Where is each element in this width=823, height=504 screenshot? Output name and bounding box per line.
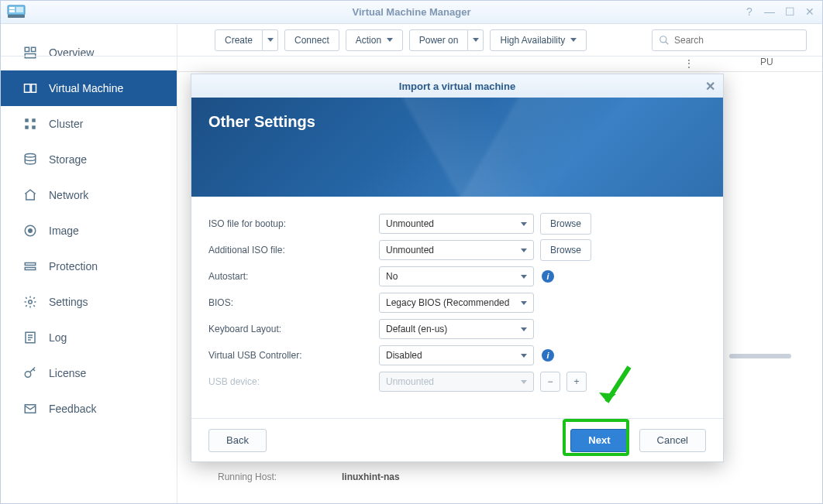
chevron-down-icon — [473, 38, 479, 42]
table-header: PU ⋮ — [177, 57, 822, 72]
sidebar-item-license[interactable]: License — [1, 355, 177, 391]
power-caret[interactable] — [468, 29, 484, 51]
svg-rect-9 — [32, 84, 36, 93]
label-keyboard: Keyboard Layout: — [208, 324, 379, 334]
label-iso-boot: ISO file for bootup: — [208, 218, 379, 229]
action-label: Action — [356, 35, 381, 46]
back-button[interactable]: Back — [208, 429, 267, 452]
cancel-button[interactable]: Cancel — [639, 429, 706, 452]
vm-icon — [22, 81, 38, 96]
dialog-banner: Other Settings — [191, 98, 723, 197]
image-icon — [22, 223, 38, 238]
protection-icon — [22, 259, 38, 274]
create-button[interactable]: Create — [215, 29, 263, 51]
svg-rect-8 — [25, 84, 31, 93]
sidebar-item-label: Image — [49, 225, 79, 237]
sidebar-item-storage[interactable]: Storage — [1, 142, 177, 177]
info-icon[interactable]: i — [542, 270, 554, 283]
select-value: Legacy BIOS (Recommended) — [386, 297, 510, 308]
remove-usb-button: − — [540, 372, 560, 392]
search-icon — [659, 35, 670, 46]
info-icon[interactable]: i — [542, 349, 554, 362]
close-icon[interactable]: ✕ — [804, 5, 816, 18]
settings-icon — [22, 294, 38, 310]
chevron-down-icon — [521, 354, 527, 358]
svg-point-24 — [25, 372, 31, 378]
svg-point-14 — [25, 154, 36, 158]
dialog-titlebar: Import a virtual machine ✕ — [191, 74, 723, 98]
power-split[interactable]: Power on — [409, 29, 484, 51]
svg-rect-3 — [16, 7, 23, 12]
sidebar-item-label: Protection — [49, 260, 98, 273]
select-value: Unmounted — [386, 245, 434, 255]
col — [332, 57, 456, 71]
next-button[interactable]: Next — [570, 429, 628, 452]
action-button[interactable]: Action — [346, 29, 403, 51]
power-button[interactable]: Power on — [409, 29, 469, 51]
search-input[interactable] — [670, 35, 800, 46]
browse-iso-boot[interactable]: Browse — [540, 213, 591, 235]
svg-point-26 — [660, 36, 666, 42]
col — [456, 57, 580, 71]
scrollbar[interactable] — [729, 354, 791, 358]
titlebar: Virtual Machine Manager ? — ☐ ✕ — [1, 1, 822, 24]
select-usb-controller[interactable]: Disabled — [379, 345, 534, 365]
label-usb-controller: Virtual USB Controller: — [208, 350, 379, 361]
table-menu-icon[interactable]: ⋮ — [684, 58, 808, 69]
search-box[interactable] — [652, 29, 807, 51]
app-icon — [7, 5, 26, 19]
row-iso-add: Additional ISO file: Unmounted Browse — [208, 237, 706, 263]
select-iso-boot[interactable]: Unmounted — [379, 214, 534, 234]
svg-point-16 — [29, 229, 33, 233]
connect-button[interactable]: Connect — [284, 29, 339, 51]
row-usb-controller: Virtual USB Controller: Disabled i — [208, 342, 706, 369]
ha-button[interactable]: High Availability — [490, 29, 587, 51]
sidebar-item-image[interactable]: Image — [1, 213, 177, 249]
sidebar-item-label: Virtual Machine — [49, 82, 123, 94]
sidebar-item-cluster[interactable]: Cluster — [1, 106, 177, 142]
select-value: Default (en-us) — [386, 324, 447, 334]
select-keyboard[interactable]: Default (en-us) — [379, 319, 534, 339]
add-usb-button: + — [566, 372, 587, 392]
create-caret[interactable] — [263, 29, 278, 51]
chevron-down-icon — [521, 249, 527, 252]
dialog-close-icon[interactable]: ✕ — [705, 79, 715, 94]
svg-rect-1 — [9, 7, 15, 9]
sidebar-item-label: Cluster — [49, 118, 83, 130]
dialog-body: ISO file for bootup: Unmounted Browse Ad… — [191, 197, 723, 409]
chevron-down-icon — [267, 38, 274, 42]
svg-rect-10 — [25, 118, 29, 122]
sidebar-item-feedback[interactable]: Feedback — [1, 391, 177, 427]
chevron-down-icon — [570, 38, 577, 42]
browse-iso-add[interactable]: Browse — [540, 239, 591, 261]
sidebar-item-settings[interactable]: Settings — [1, 284, 177, 320]
host-label: Running Host: — [218, 471, 342, 482]
create-split[interactable]: Create — [215, 29, 278, 51]
import-dialog: Import a virtual machine ✕ Other Setting… — [191, 74, 724, 462]
svg-rect-17 — [25, 263, 36, 266]
cluster-icon — [22, 116, 38, 132]
sidebar-item-protection[interactable]: Protection — [1, 249, 177, 284]
sidebar-item-label: Feedback — [49, 403, 96, 415]
label-iso-add: Additional ISO file: — [208, 245, 379, 255]
select-autostart[interactable]: No — [379, 266, 534, 286]
select-usb-device: Unmounted — [379, 372, 534, 392]
label-usb-device: USB device: — [208, 376, 379, 387]
sidebar-item-log[interactable]: Log — [1, 320, 177, 355]
minimize-icon[interactable]: — — [763, 5, 776, 18]
sidebar-item-label: Log — [49, 331, 67, 344]
sidebar-item-label: Settings — [49, 296, 88, 308]
col — [208, 57, 332, 71]
chevron-down-icon — [521, 275, 527, 279]
maximize-icon[interactable]: ☐ — [783, 5, 796, 18]
svg-rect-2 — [9, 10, 15, 12]
help-icon[interactable]: ? — [743, 5, 756, 18]
select-bios[interactable]: Legacy BIOS (Recommended) — [379, 293, 534, 313]
svg-rect-11 — [32, 118, 36, 122]
chevron-down-icon — [387, 38, 393, 42]
chevron-down-icon — [521, 327, 527, 331]
sidebar-item-virtual-machine[interactable]: Virtual Machine — [1, 70, 177, 106]
sidebar-item-network[interactable]: Network — [1, 177, 177, 213]
select-iso-add[interactable]: Unmounted — [379, 240, 534, 260]
dialog-title: Import a virtual machine — [399, 81, 515, 92]
